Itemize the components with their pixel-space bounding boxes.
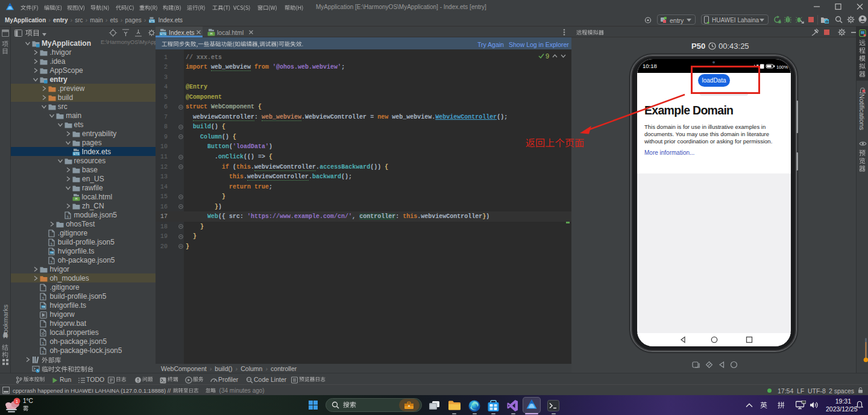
- svg-text:1: 1: [16, 399, 19, 404]
- svg-text:5: 5: [67, 215, 69, 219]
- svg-text:5: 5: [42, 342, 44, 345]
- svg-text:ETS: ETS: [160, 33, 166, 36]
- svg-text:100%: 100%: [776, 64, 788, 70]
- svg-text:5: 5: [42, 296, 44, 300]
- svg-text:ETS: ETS: [149, 20, 155, 23]
- svg-text:5: 5: [51, 242, 52, 246]
- svg-text:5: 5: [51, 260, 52, 264]
- svg-text:5: 5: [42, 351, 44, 354]
- svg-text:H: H: [210, 32, 213, 36]
- svg-text:TS: TS: [42, 306, 45, 308]
- svg-text:TS: TS: [50, 252, 53, 254]
- svg-text:ETS: ETS: [74, 152, 79, 155]
- svg-text:H: H: [75, 197, 78, 201]
